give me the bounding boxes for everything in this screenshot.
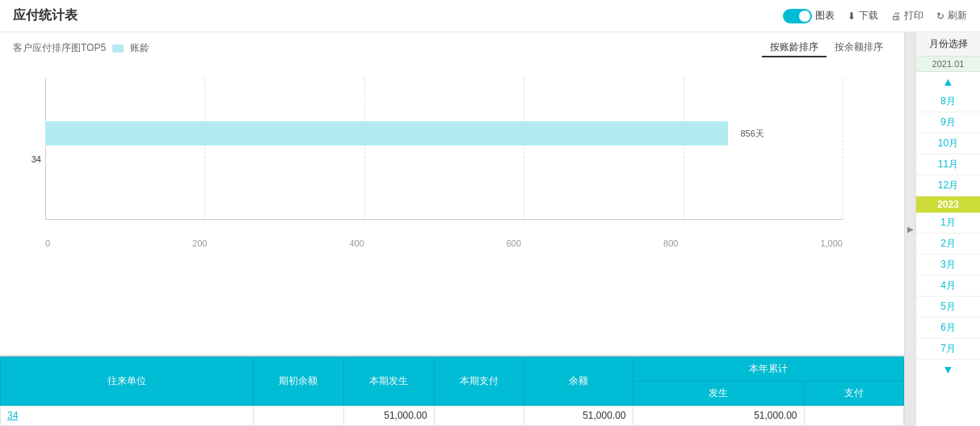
main-content: 客户应付排序图TOP5 账龄 按账龄排序 按余额排序 34 bbox=[0, 32, 980, 426]
th-ytd-pay: 支付 bbox=[804, 382, 903, 406]
gridline-200 bbox=[204, 78, 205, 220]
th-balance: 余额 bbox=[524, 357, 633, 406]
legend-bar-label: 账龄 bbox=[130, 41, 149, 55]
print-btn[interactable]: 🖨 打印 bbox=[891, 9, 923, 23]
download-btn[interactable]: ⬇ 下载 bbox=[848, 9, 878, 23]
sidebar-month-2[interactable]: 2月 bbox=[916, 234, 980, 255]
th-payment: 本期支付 bbox=[434, 357, 524, 406]
header-actions: 图表 ⬇ 下载 🖨 打印 ↻ 刷新 bbox=[783, 9, 967, 23]
sidebar-month-1[interactable]: 1月 bbox=[916, 213, 980, 234]
sidebar-wrapper: ▶ 月份选择 2021.01 ▲ 8月 9月 10月 11月 12月 2023 … bbox=[904, 32, 980, 426]
chart-bottom-border bbox=[45, 219, 843, 220]
print-icon: 🖨 bbox=[891, 11, 901, 22]
sort-by-age-btn[interactable]: 按账龄排序 bbox=[762, 39, 826, 57]
gridline-1000 bbox=[843, 78, 843, 220]
sidebar-up-arrow[interactable]: ▲ bbox=[916, 72, 980, 91]
x-label-0: 0 bbox=[45, 238, 50, 248]
gridline-600 bbox=[524, 78, 524, 220]
sort-by-balance-btn[interactable]: 按余额排序 bbox=[826, 39, 891, 57]
page-title: 应付统计表 bbox=[13, 7, 78, 24]
chart-sort-buttons: 按账龄排序 按余额排序 bbox=[762, 39, 891, 57]
bar-y-label: 34 bbox=[13, 154, 41, 164]
chart-toggle[interactable] bbox=[783, 9, 812, 23]
data-table: 往来单位 期初余额 本期发生 本期支付 余额 本年累计 发生 支付 bbox=[0, 356, 904, 426]
th-opening: 期初余额 bbox=[254, 357, 344, 406]
gridline-800 bbox=[683, 78, 684, 220]
refresh-icon: ↻ bbox=[936, 11, 944, 22]
th-ytd: 本年累计 bbox=[633, 357, 903, 382]
bar-chart-container: 34 856天 bbox=[0, 64, 904, 355]
th-source: 往来单位 bbox=[1, 357, 254, 406]
x-label-1000: 1,000 bbox=[820, 238, 843, 248]
sidebar-month-9[interactable]: 9月 bbox=[916, 112, 980, 133]
sidebar-month-4[interactable]: 4月 bbox=[916, 276, 980, 297]
x-label-400: 400 bbox=[349, 238, 364, 248]
chart-header: 客户应付排序图TOP5 账龄 按账龄排序 按余额排序 bbox=[0, 32, 904, 64]
cell-current: 51,000.00 bbox=[343, 406, 434, 426]
sidebar-month-5[interactable]: 5月 bbox=[916, 297, 980, 318]
cell-ytd-pay bbox=[804, 406, 903, 426]
sidebar-month-8[interactable]: 8月 bbox=[916, 91, 980, 112]
sidebar-down-arrow[interactable]: ▼ bbox=[916, 360, 980, 379]
chart-table-area: 客户应付排序图TOP5 账龄 按账龄排序 按余额排序 34 bbox=[0, 32, 904, 426]
x-label-800: 800 bbox=[663, 238, 678, 248]
cell-balance: 51,000.00 bbox=[524, 406, 633, 426]
data-table-area: 往来单位 期初余额 本期发生 本期支付 余额 本年累计 发生 支付 bbox=[0, 355, 904, 426]
gridline-0 bbox=[45, 78, 46, 220]
bar-inner: 856天 bbox=[45, 78, 843, 220]
app-header: 应付统计表 图表 ⬇ 下载 🖨 打印 ↻ 刷新 bbox=[0, 0, 980, 32]
chart-legend: 客户应付排序图TOP5 账龄 bbox=[13, 41, 149, 55]
cell-opening bbox=[254, 406, 344, 426]
sidebar-month-10[interactable]: 10月 bbox=[916, 133, 980, 154]
x-label-200: 200 bbox=[192, 238, 207, 248]
cell-ytd-occur: 51,000.00 bbox=[633, 406, 804, 426]
sidebar-month-12[interactable]: 12月 bbox=[916, 175, 980, 196]
legend-dot bbox=[112, 44, 124, 53]
sidebar-collapse-btn[interactable]: ▶ bbox=[904, 32, 915, 426]
sidebar-current-value: 2021.01 bbox=[916, 57, 980, 72]
sidebar: 月份选择 2021.01 ▲ 8月 9月 10月 11月 12月 2023 1月… bbox=[915, 32, 980, 426]
chart-toggle-wrap[interactable]: 图表 bbox=[783, 9, 835, 23]
sidebar-header: 月份选择 bbox=[916, 32, 980, 57]
legend-label: 客户应付排序图TOP5 bbox=[13, 41, 106, 55]
sidebar-month-11[interactable]: 11月 bbox=[916, 154, 980, 175]
bar-fill: 856天 bbox=[45, 121, 728, 146]
cell-source: 34 bbox=[1, 406, 254, 426]
bar-chart: 34 856天 bbox=[13, 70, 891, 248]
collapse-icon: ▶ bbox=[907, 225, 914, 234]
th-current: 本期发生 bbox=[343, 357, 434, 406]
gridline-400 bbox=[364, 78, 365, 220]
download-icon: ⬇ bbox=[848, 11, 856, 22]
bar-end-label: 856天 bbox=[741, 127, 764, 139]
sidebar-month-3[interactable]: 3月 bbox=[916, 255, 980, 276]
x-label-600: 600 bbox=[507, 238, 521, 248]
sidebar-month-7[interactable]: 7月 bbox=[916, 339, 980, 360]
refresh-btn[interactable]: ↻ 刷新 bbox=[936, 9, 967, 23]
cell-payment bbox=[434, 406, 524, 426]
x-axis-labels: 0 200 400 600 800 1,000 bbox=[45, 238, 843, 248]
sidebar-month-6[interactable]: 6月 bbox=[916, 318, 980, 339]
th-ytd-occur: 发生 bbox=[633, 382, 804, 406]
table-row: 34 51,000.00 51,000.00 51,000.00 bbox=[1, 406, 904, 426]
source-link[interactable]: 34 bbox=[7, 410, 18, 421]
toggle-label: 图表 bbox=[815, 9, 835, 23]
sidebar-year-label[interactable]: 2023 bbox=[916, 196, 980, 213]
